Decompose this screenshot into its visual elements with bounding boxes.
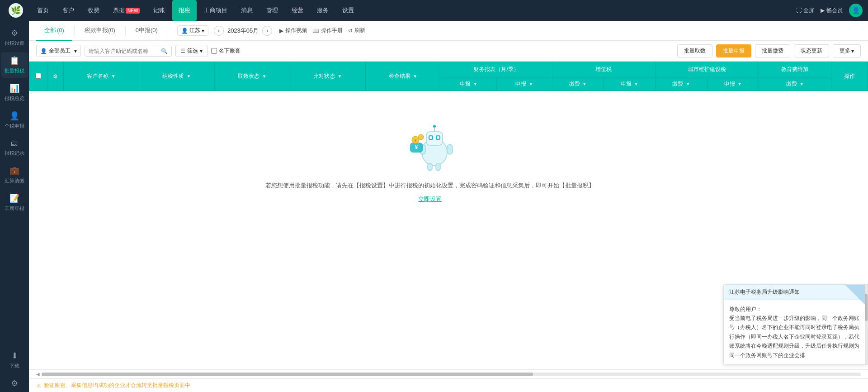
financial-declare-filter-icon[interactable]: ▼ <box>473 81 477 86</box>
vat-declare-filter-icon[interactable]: ▼ <box>528 81 533 86</box>
tax-settings-icon: ⚙ <box>11 28 18 38</box>
svg-rect-9 <box>447 144 453 154</box>
fetch-status-filter-icon[interactable]: ▼ <box>262 74 267 79</box>
account-checkbox-label[interactable]: 名下账套 <box>211 47 241 55</box>
nav-manage[interactable]: 管理 <box>260 0 284 21</box>
h-scrollbar-track[interactable] <box>42 373 861 376</box>
sidebar-item-annual-report[interactable]: 📝 工商年报 <box>1 190 28 215</box>
nav-bookkeeping[interactable]: 记账 <box>147 0 171 21</box>
svg-point-16 <box>418 134 424 140</box>
nav-service[interactable]: 服务 <box>311 0 335 21</box>
batch-pay-btn[interactable]: 批量缴费 <box>755 44 790 57</box>
svg-rect-10 <box>428 163 432 171</box>
nav-customer[interactable]: 客户 <box>56 0 80 21</box>
scroll-left-arrow[interactable]: ◀ <box>36 372 40 377</box>
th-edu-declare: 申报 ▼ <box>707 77 759 91</box>
play-icon: ▶ <box>821 7 825 14</box>
refresh-icon: ↺ <box>348 28 353 34</box>
select-all-checkbox[interactable] <box>35 73 41 79</box>
nav-home[interactable]: 首页 <box>31 0 55 21</box>
more-btn[interactable]: 更多 ▾ <box>833 44 861 57</box>
city-pay-filter-icon[interactable]: ▼ <box>686 81 690 86</box>
nav-settings[interactable]: 设置 <box>336 0 360 21</box>
robot-illustration: ¥ ¥ <box>403 118 457 172</box>
warning-icon: ⚠ <box>36 382 41 389</box>
svg-text:¥: ¥ <box>415 144 418 150</box>
nav-business[interactable]: 工商项目 <box>198 0 234 21</box>
edu-pay-filter-icon[interactable]: ▼ <box>799 81 804 86</box>
vat-pay-filter-icon[interactable]: ▼ <box>582 81 587 86</box>
sidebar: ⚙ 报税设置 📋 批量报税 📊 报税总览 👤 个税申报 🗂 报税记录 💼 汇算清… <box>0 21 29 392</box>
check-result-filter-icon[interactable]: ▼ <box>413 74 417 79</box>
empty-state: ¥ ¥ 若您想使用批量报税功能，请先在【报税设置】中进行报税的初始化设置，完成密… <box>29 91 831 230</box>
date-nav: ‹ 2023年05月 › <box>214 26 272 36</box>
next-month-btn[interactable]: › <box>262 26 272 36</box>
person-icon: 👤 <box>181 28 188 34</box>
sidebar-item-download[interactable]: ⬇ 下载 <box>1 347 28 373</box>
th-vat-pay: 缴费 ▼ <box>552 77 604 91</box>
compare-status-filter-icon[interactable]: ▼ <box>337 74 342 79</box>
tab-tax-declaration[interactable]: 税款申报 (0) <box>76 21 123 41</box>
edu-declare-filter-icon[interactable]: ▼ <box>737 81 742 86</box>
nav-message[interactable]: 消息 <box>235 0 259 21</box>
region-selector[interactable]: 👤 江苏 ▾ <box>177 25 208 36</box>
invoice-badge: NEW <box>126 8 140 14</box>
sidebar-item-tax-records[interactable]: 🗂 报税记录 <box>1 135 28 160</box>
logo[interactable]: 🌿 <box>5 0 26 21</box>
batch-fetch-btn[interactable]: 批量取数 <box>677 44 712 57</box>
tax-nature-filter-icon[interactable]: ▼ <box>187 74 191 79</box>
fullscreen-btn[interactable]: ⛶ 全屏 <box>796 7 814 14</box>
account-checkbox[interactable] <box>211 48 217 54</box>
filter-icon: ☰ <box>180 48 185 54</box>
prev-month-btn[interactable]: ‹ <box>214 26 224 36</box>
filter-btn[interactable]: ☰ 筛选 ▾ <box>175 45 208 57</box>
emp-icon: 👤 <box>40 48 47 54</box>
sidebar-item-batch-tax[interactable]: 📋 批量报税 <box>1 52 28 78</box>
gear-icon[interactable]: ⚙ <box>53 73 58 80</box>
tab-all[interactable]: 全部 (0) <box>36 21 72 41</box>
notification-panel: 江苏电子税务局升级影响通知 ✕ 尊敬的用户： 受当前电子税务局进一步升级的影响，… <box>723 284 868 365</box>
operation-video-btn[interactable]: ▶ 操作视频 <box>279 27 307 34</box>
customer-filter-icon[interactable]: ▼ <box>111 74 116 79</box>
toolbar-right: 批量取数 批量申报 批量缴费 状态更新 更多 ▾ <box>677 44 861 57</box>
th-customer-name: 客户名称 ▼ <box>64 62 139 91</box>
th-city-pay: 缴费 ▼ <box>656 77 707 91</box>
tab-bar: 全部 (0) 税款申报 (0) 0申报 (0) 👤 江苏 ▾ ‹ <box>29 21 868 41</box>
member-btn[interactable]: ▶ 畅会员 <box>821 7 843 14</box>
settlement-icon: 💼 <box>9 166 19 176</box>
h-scrollbar-thumb <box>42 373 533 376</box>
sidebar-item-tax-overview[interactable]: 📊 报税总览 <box>1 80 28 105</box>
sidebar-item-tax-settings[interactable]: ⚙ 报税设置 <box>1 24 28 50</box>
th-financial-declare: 申报 ▼ <box>441 77 496 91</box>
logo-icon: 🌿 <box>9 3 23 18</box>
book-icon: 📖 <box>312 28 319 34</box>
nav-operation[interactable]: 经营 <box>285 0 310 21</box>
city-declare-filter-icon[interactable]: ▼ <box>634 81 638 86</box>
batch-declare-btn[interactable]: 批量申报 <box>716 44 751 57</box>
notif-triangle-decoration <box>845 285 868 307</box>
emp-select[interactable]: 👤 全部员工 ▾ <box>36 45 81 57</box>
nav-fee[interactable]: 收费 <box>81 0 106 21</box>
setup-link[interactable]: 立即设置 <box>418 195 442 203</box>
th-edu-pay: 缴费 ▼ <box>759 77 831 91</box>
operation-manual-btn[interactable]: 📖 操作手册 <box>312 27 343 34</box>
sidebar-item-setting[interactable]: ⚙ <box>1 375 28 392</box>
refresh-btn[interactable]: ↺ 刷新 <box>348 27 365 34</box>
search-box: 🔍 <box>85 46 172 57</box>
search-input[interactable] <box>89 48 161 54</box>
nav-invoice[interactable]: 票据 NEW <box>107 0 146 21</box>
download-icon: ⬇ <box>11 351 18 361</box>
data-table: ⚙ 客户名称 ▼ 纳税性质 ▼ 取数状态 ▼ <box>29 62 868 230</box>
video-icon: ▶ <box>279 28 283 34</box>
notif-scrollbar[interactable] <box>865 285 868 364</box>
sidebar-item-personal-tax[interactable]: 👤 个税申报 <box>1 107 28 133</box>
avatar[interactable]: 👤 <box>849 4 863 17</box>
batch-tax-icon: 📋 <box>9 56 19 66</box>
status-update-btn[interactable]: 状态更新 <box>794 44 829 57</box>
th-gear: ⚙ <box>47 62 64 91</box>
sidebar-item-settlement[interactable]: 💼 汇算清缴 <box>1 162 28 188</box>
nav-tax[interactable]: 报税 <box>172 0 197 21</box>
tab-divider-2 <box>125 26 126 35</box>
tab-zero-declaration[interactable]: 0申报 (0) <box>127 21 166 41</box>
table-scroll-bottom: ◀ <box>29 369 868 378</box>
